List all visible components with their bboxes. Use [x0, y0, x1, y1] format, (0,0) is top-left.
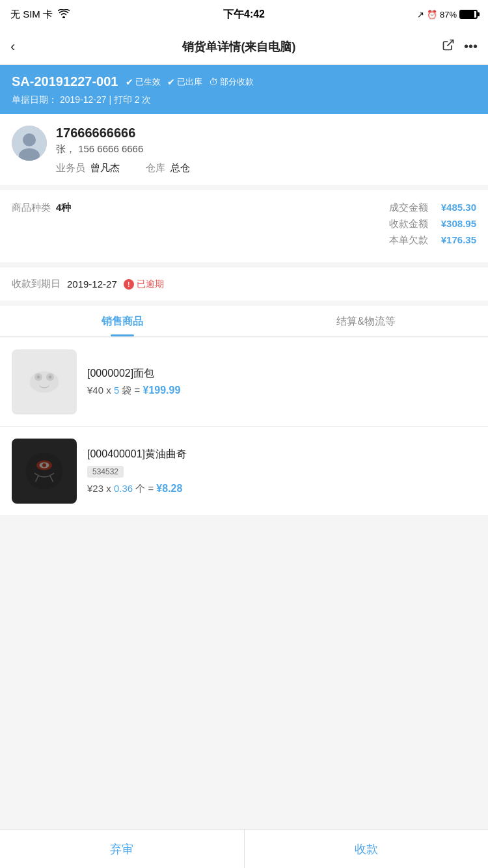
battery-fill — [461, 11, 474, 18]
svg-point-7 — [37, 375, 40, 379]
status-effective: ✔ 已生效 — [126, 76, 161, 88]
carrier-text: 无 SIM 卡 — [10, 8, 53, 21]
more-icon[interactable]: ••• — [464, 39, 478, 54]
overdue-text: 已逾期 — [137, 278, 164, 290]
status-effective-label: 已生效 — [135, 76, 161, 88]
svg-point-8 — [49, 375, 52, 379]
check-icon-2: ✔ — [167, 77, 175, 87]
svg-point-4 — [30, 372, 59, 393]
tab-settlement-label: 结算&物流等 — [336, 316, 396, 327]
payment-due-section: 收款到期日 2019-12-27 ! 已逾期 — [0, 267, 488, 306]
status-shipped: ✔ 已出库 — [167, 76, 202, 88]
product-name-2: [000400001]黄油曲奇 — [87, 448, 476, 461]
status-partial-label: 部分收款 — [220, 76, 254, 88]
product-list: [0000002]面包 ¥40 x 5 袋 = ¥199.99 — [0, 338, 488, 516]
order-date: 2019-12-27 — [60, 94, 107, 105]
svg-point-12 — [42, 463, 46, 467]
tabs-section: 销售商品 结算&物流等 — [0, 306, 488, 337]
tab-settlement[interactable]: 结算&物流等 — [244, 306, 488, 336]
quantity-1: 5 — [114, 385, 119, 396]
product-types-row: 商品种类 4种 — [12, 202, 71, 214]
status-partial: ⏱ 部分收款 — [209, 76, 254, 88]
transaction-amount-value: ¥485.30 — [441, 202, 476, 214]
warehouse-name: 总仓 — [170, 162, 190, 174]
order-header-banner: SA-20191227-001 ✔ 已生效 ✔ 已出库 ⏱ 部分收款 单据日期：… — [0, 65, 488, 114]
status-time: 下午4:42 — [223, 8, 265, 21]
back-button[interactable]: ‹ — [10, 38, 36, 55]
order-id: SA-20191227-001 — [12, 74, 118, 89]
payment-due-date: 2019-12-27 — [67, 278, 117, 290]
status-badges: ✔ 已生效 ✔ 已出库 ⏱ 部分收款 — [126, 76, 254, 88]
confirm-payment-button[interactable]: 收款 — [244, 830, 489, 868]
equals-symbol-2: = — [148, 483, 156, 494]
product-item: [0000002]面包 ¥40 x 5 袋 = ¥199.99 — [0, 338, 488, 427]
product-item-2: [000400001]黄油曲奇 534532 ¥23 x 0.36 个 = ¥8… — [0, 427, 488, 516]
sales-label: 业务员 — [56, 162, 85, 174]
alarm-icon: ⏰ — [427, 10, 437, 20]
nav-actions: ••• — [442, 38, 478, 55]
product-image-1 — [12, 349, 77, 414]
product-price-row-2: ¥23 x 0.36 个 = ¥8.28 — [87, 483, 476, 495]
customer-surname: 张， — [56, 143, 75, 154]
date-label: 单据日期： — [12, 94, 57, 105]
unit-price-1: ¥40 — [87, 385, 103, 396]
customer-name-phone: 张， 156 6666 6666 — [56, 143, 476, 156]
page-title: 销货单详情(来自电脑) — [36, 39, 442, 55]
customer-meta: 业务员 曾凡杰 仓库 总仓 — [56, 162, 476, 174]
payment-due-label: 收款到期日 — [12, 278, 61, 290]
warehouse: 仓库 总仓 — [146, 162, 190, 174]
product-types-value: 4种 — [56, 202, 71, 214]
overdue-badge: ! 已逾期 — [124, 278, 164, 290]
received-amount-row: 收款金额 ¥308.95 — [389, 218, 476, 230]
due-amount-label: 本单欠款 — [389, 234, 428, 247]
print-info: | 打印 2 次 — [109, 94, 151, 105]
customer-section: 17666666666 张， 156 6666 6666 业务员 曾凡杰 仓库 … — [0, 114, 488, 190]
cancel-label: 弃审 — [110, 841, 133, 857]
unit-1: 袋 — [122, 385, 131, 396]
received-amount-label: 收款金额 — [389, 218, 428, 230]
customer-phone-number: 156 6666 6666 — [78, 143, 143, 154]
battery-icon — [459, 10, 478, 19]
product-name-1: [0000002]面包 — [87, 367, 476, 381]
product-details-2: [000400001]黄油曲奇 534532 ¥23 x 0.36 个 = ¥8… — [87, 448, 476, 495]
transaction-amount-row: 成交金额 ¥485.30 — [389, 202, 476, 214]
banner-date-row: 单据日期： 2019-12-27 | 打印 2 次 — [12, 94, 476, 106]
product-types-label: 商品种类 — [12, 202, 51, 214]
transaction-amount-label: 成交金额 — [389, 202, 428, 214]
product-image-2 — [12, 439, 77, 504]
overdue-dot-icon: ! — [124, 279, 134, 290]
customer-avatar — [12, 126, 47, 161]
total-price-2: ¥8.28 — [156, 483, 182, 494]
due-amount-value: ¥176.35 — [441, 234, 476, 247]
product-price-row-1: ¥40 x 5 袋 = ¥199.99 — [87, 385, 476, 397]
status-left: 无 SIM 卡 — [10, 8, 70, 21]
nav-bar: ‹ 销货单详情(来自电脑) ••• — [0, 29, 488, 65]
status-right: ↗ ⏰ 87% — [417, 10, 478, 20]
total-price-1: ¥199.99 — [143, 385, 181, 396]
amounts: 成交金额 ¥485.30 收款金额 ¥308.95 本单欠款 ¥176.35 — [389, 202, 476, 251]
bottom-bar: 弃审 收款 — [0, 829, 488, 868]
svg-point-2 — [23, 133, 36, 146]
unit-price-2: ¥23 — [87, 483, 103, 494]
svg-line-0 — [447, 40, 453, 46]
banner-row1: SA-20191227-001 ✔ 已生效 ✔ 已出库 ⏱ 部分收款 — [12, 74, 476, 89]
multiply-symbol-1: x — [106, 385, 114, 396]
sales-name: 曾凡杰 — [90, 162, 120, 174]
product-tag-2: 534532 — [87, 466, 124, 478]
share-icon[interactable] — [442, 38, 455, 55]
received-amount-value: ¥308.95 — [441, 218, 476, 230]
product-types: 商品种类 4种 — [12, 202, 71, 214]
customer-info: 17666666666 张， 156 6666 6666 业务员 曾凡杰 仓库 … — [56, 126, 476, 174]
multiply-symbol-2: x — [106, 483, 114, 494]
tab-sales-products[interactable]: 销售商品 — [0, 306, 244, 336]
confirm-label: 收款 — [355, 841, 378, 857]
battery-percent: 87% — [440, 10, 457, 20]
product-details-1: [0000002]面包 ¥40 x 5 袋 = ¥199.99 — [87, 367, 476, 397]
check-icon-1: ✔ — [126, 77, 133, 87]
warehouse-label: 仓库 — [146, 162, 165, 174]
due-amount-row: 本单欠款 ¥176.35 — [389, 234, 476, 247]
unit-2: 个 — [135, 483, 145, 494]
wifi-icon — [58, 9, 70, 20]
cancel-button[interactable]: 弃审 — [0, 830, 244, 868]
status-bar: 无 SIM 卡 下午4:42 ↗ ⏰ 87% — [0, 0, 488, 29]
